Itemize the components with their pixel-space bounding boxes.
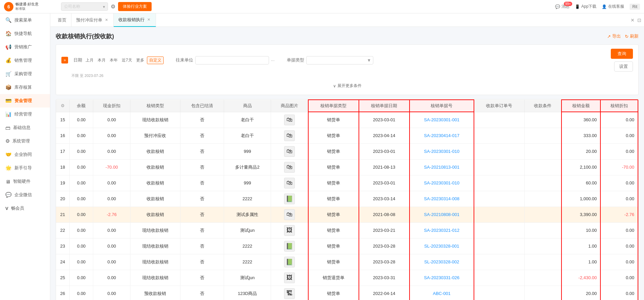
wechat-icon: 💬 <box>5 192 12 198</box>
home-icon: 🏠 <box>5 31 12 37</box>
date-btn-more[interactable]: 更多 <box>135 57 146 64</box>
sidebar-item-shortcut[interactable]: 🏠 快捷导航 <box>0 27 50 40</box>
cell-voucher-type: 销货单 <box>308 159 359 175</box>
filter-settings-btn[interactable]: 设置 <box>614 61 633 72</box>
inventory-icon: 📦 <box>5 84 12 90</box>
cell-goods-img: 📗 <box>271 254 308 270</box>
expand-more-btn[interactable]: ∨ 展开更多条件 <box>333 83 362 89</box>
cell-voucher-no[interactable]: SA-20230301-001 <box>410 112 474 128</box>
sidebar-item-base[interactable]: 🗃 基础信息 <box>0 121 50 134</box>
user-name[interactable]: Rit <box>630 4 640 10</box>
sidebar-item-wechat[interactable]: 💬 企业微信 <box>0 188 50 202</box>
sidebar-item-guide[interactable]: 🌟 新手引导 <box>0 161 50 175</box>
cell-include-settled: 否 <box>180 143 224 159</box>
sidebar-label-hardware: 智能硬件 <box>13 178 31 184</box>
tab-collection[interactable]: 收款核销执行 ✕ <box>114 13 156 27</box>
tab-prepay[interactable]: 预付冲应付单 ✕ <box>71 13 114 27</box>
table-row: 25 0.00 0.00 现结收款核销 否 测试jun 🖼 销货退货单 2023… <box>56 270 638 286</box>
date-btn-this-year[interactable]: 本年 <box>108 57 119 64</box>
app-download-btn[interactable]: 📱 App下载 <box>575 4 596 9</box>
search-btn[interactable]: 查询 <box>611 49 633 59</box>
tab-collection-close[interactable]: ✕ <box>147 17 151 23</box>
tab-prepay-close[interactable]: ✕ <box>104 17 109 23</box>
sidebar-item-purchase[interactable]: 🛒 采购管理 <box>0 67 50 81</box>
cell-cash-discount: 0.00 <box>93 270 130 286</box>
th-receipt-order-no: 收款单订单号 <box>474 100 524 112</box>
table-row: 23 0.00 0.00 现结收款核销 否 2222 📗 销货单 2023-03… <box>56 238 638 254</box>
sales-icon: 💰 <box>5 57 12 63</box>
cell-voucher-no[interactable]: SA-20230301-010 <box>410 175 474 191</box>
table-row: 20 0.00 0.00 收款核销 否 2222 📗 销货单 2023-03-1… <box>56 191 638 207</box>
refresh-btn[interactable]: ↻ 刷新 <box>625 33 639 39</box>
notification-btn[interactable]: 💬 消息 99+ <box>555 4 570 9</box>
date-btn-this-month[interactable]: 本月 <box>96 57 107 64</box>
date-btn-custom[interactable]: 自定义 <box>147 56 164 64</box>
tab-expand-icon[interactable]: ⊡ <box>637 17 641 23</box>
cell-voucher-no[interactable]: SL-20230328-002 <box>410 254 474 270</box>
sidebar-item-enterprise[interactable]: 🤝 企业协同 <box>0 148 50 161</box>
sidebar-item-system[interactable]: ⚙ 系统管理 <box>0 134 50 148</box>
cell-voucher-type: 销货单 <box>308 143 359 159</box>
cell-write-off-amount: 10.00 <box>561 222 600 238</box>
cell-voucher-no[interactable]: SA-20210808-001 <box>410 207 474 222</box>
page-content: 收款核销执行(按收款) ↗ 导出 ↻ 刷新 » 日期 <box>50 27 644 300</box>
date-btn-last-month[interactable]: 上月 <box>84 57 95 64</box>
cell-goods: 老白干 <box>224 112 271 128</box>
cell-voucher-no[interactable]: SA-20230321-012 <box>410 222 474 238</box>
sidebar-label-base: 基础信息 <box>13 125 31 131</box>
tab-home[interactable]: 首页 <box>53 13 71 27</box>
cell-voucher-type: 销货单 <box>308 112 359 128</box>
partner-more-icon[interactable]: ··· <box>271 58 275 63</box>
th-voucher-type: 核销单据类型 <box>308 100 359 112</box>
cell-write-off-amount: 1.00 <box>561 238 600 254</box>
cell-voucher-no[interactable]: SA-20230301-010 <box>410 143 474 159</box>
date-shortcuts: 上月 本月 本年 近7天 更多 自定义 <box>84 56 164 64</box>
cell-goods: 测试jun <box>224 222 271 238</box>
cell-balance: 0.00 <box>69 191 93 207</box>
partner-filter-label: 往来单位 <box>176 57 193 63</box>
cell-voucher-no[interactable]: SA-20230314-008 <box>410 191 474 207</box>
sidebar-item-sales[interactable]: 💰 销售管理 <box>0 54 50 67</box>
th-cash-discount: 现金折扣 <box>93 100 130 112</box>
export-btn[interactable]: ↗ 导出 <box>607 33 621 39</box>
cell-goods: 123D商品 <box>224 286 271 300</box>
cell-voucher-no[interactable]: SA-20230414-017 <box>410 128 474 143</box>
cell-voucher-date: 2022-04-14 <box>359 286 410 300</box>
date-btn-7days[interactable]: 近7天 <box>120 57 133 64</box>
cell-goods: 999 <box>224 143 271 159</box>
cell-voucher-no[interactable]: SA-20230331-026 <box>410 270 474 286</box>
sidebar-item-inventory[interactable]: 📦 库存核算 <box>0 81 50 94</box>
top-right: 💬 消息 99+ 📱 App下载 👤 在线客服 Rit <box>555 4 640 10</box>
cell-voucher-no[interactable]: SA-20210813-001 <box>410 159 474 175</box>
settings-icon[interactable]: ⚙ <box>111 3 115 10</box>
trial-btn[interactable]: 体验行业方案 <box>118 2 152 11</box>
th-settings[interactable]: ⚙ <box>56 100 69 112</box>
sidebar-item-marketing[interactable]: 📢 营销推广 <box>0 40 50 54</box>
voucher-type-select[interactable] <box>306 56 373 65</box>
base-icon: 🗃 <box>5 125 10 131</box>
cell-write-off-discount: 0.00 <box>600 143 638 159</box>
sidebar-item-search[interactable]: 🔍 搜索菜单 <box>0 13 50 27</box>
cell-voucher-type: 销货单 <box>308 222 359 238</box>
table-row: 18 0.00 -70.00 收款核销 否 多计量商品2 🛍 销货单 2021-… <box>56 159 638 175</box>
cell-goods-img: 🛍 <box>271 207 308 222</box>
cell-balance: 0.00 <box>69 112 93 128</box>
sidebar-item-member[interactable]: V 畅会员 <box>0 202 50 215</box>
sidebar-item-hardware[interactable]: 🖥 智能硬件 <box>0 175 50 188</box>
tab-close-all-icon[interactable]: ✕ <box>631 17 635 23</box>
company-selector[interactable]: 公司名称 ▼ <box>61 2 108 11</box>
content-area: 首页 预付冲应付单 ✕ 收款核销执行 ✕ ✕ ⊡ 收款核销执行(按收款) <box>50 13 644 300</box>
cell-balance: 0.00 <box>69 128 93 143</box>
sidebar-item-finance[interactable]: 💳 资金管理 <box>0 94 50 108</box>
cell-voucher-date: 2023-03-31 <box>359 270 410 286</box>
cell-balance: 0.00 <box>69 286 93 300</box>
sidebar-label-guide: 新手引导 <box>14 165 32 171</box>
cell-voucher-no[interactable]: SL-20230328-001 <box>410 238 474 254</box>
expand-arrow-btn[interactable]: » <box>61 57 68 63</box>
cell-write-off-discount: 0.00 <box>600 270 638 286</box>
sidebar-item-operations[interactable]: 📊 经营管理 <box>0 108 50 121</box>
partner-input[interactable] <box>195 56 269 65</box>
cell-include-settled: 否 <box>180 238 224 254</box>
cell-voucher-no[interactable]: ABC-001 <box>410 286 474 300</box>
online-service-btn[interactable]: 👤 在线客服 <box>602 4 624 9</box>
